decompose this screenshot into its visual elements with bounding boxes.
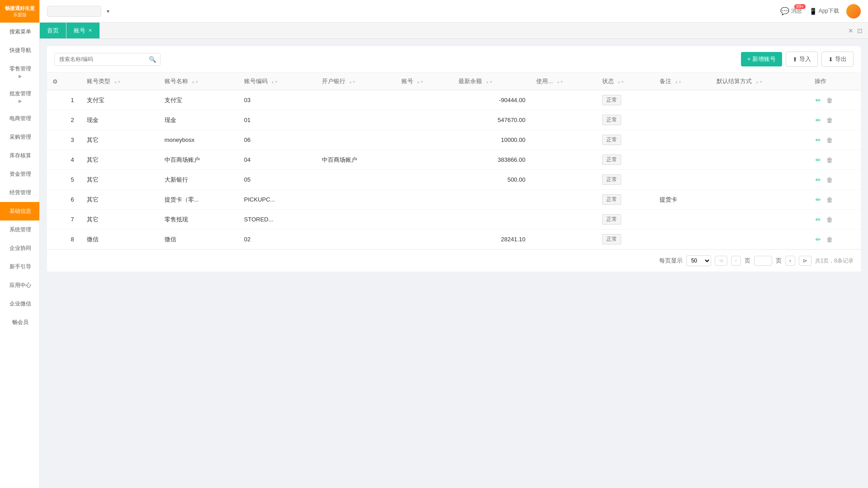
add-account-button[interactable]: + 新增账号 <box>741 52 782 66</box>
td-account <box>396 190 453 210</box>
sidebar-item-inventory[interactable]: 库存核算 <box>0 146 39 165</box>
td-default-settlement <box>711 110 809 130</box>
delete-button[interactable]: 🗑 <box>826 195 834 204</box>
sidebar-item-label: 批发管理 <box>3 90 38 98</box>
sidebar-item-label: 零售管理 <box>3 65 38 73</box>
th-type[interactable]: 账号类型 ▲▼ <box>81 73 159 90</box>
tab-account[interactable]: 账号 ✕ <box>66 23 100 38</box>
sidebar-item-finance[interactable]: 资金管理 <box>0 165 39 183</box>
delete-button[interactable]: 🗑 <box>826 175 834 184</box>
sidebar-item-enterprise-wechat[interactable]: 企业微信 <box>0 295 39 313</box>
th-default-settlement[interactable]: 默认结算方式 ▲▼ <box>711 73 809 90</box>
sidebar-item-purchase[interactable]: 采购管理 <box>0 128 39 146</box>
td-status: 正常 <box>597 230 654 249</box>
td-action: ✏ 🗑 <box>809 150 861 170</box>
status-badge: 正常 <box>602 174 621 185</box>
delete-button[interactable]: 🗑 <box>826 136 834 145</box>
edit-button[interactable]: ✏ <box>815 195 822 204</box>
th-balance[interactable]: 最新余额 ▲▼ <box>453 73 531 90</box>
th-usage[interactable]: 使用... ▲▼ <box>531 73 597 90</box>
sidebar-item-quick-nav[interactable]: 快捷导航 <box>0 41 39 60</box>
tab-close-icon[interactable]: ✕ <box>88 28 92 33</box>
export-button[interactable]: ⬇ 导出 <box>821 52 854 67</box>
next-page-button[interactable]: › <box>785 256 795 266</box>
first-page-button[interactable]: ⊲ <box>715 256 727 266</box>
td-index: 1 <box>63 90 81 110</box>
tabbar: 首页 账号 ✕ ✕ ⊡ <box>40 23 868 39</box>
sidebar-item-new-guide[interactable]: 新手引导 <box>0 258 39 276</box>
td-note <box>654 210 712 230</box>
prev-page-button[interactable]: ‹ <box>731 256 741 266</box>
import-button[interactable]: ⬆ 导入 <box>786 52 818 67</box>
td-type: 其它 <box>81 210 159 230</box>
sidebar-item-enterprise-agreement[interactable]: 企业协同 <box>0 239 39 258</box>
delete-button[interactable]: 🗑 <box>826 235 834 244</box>
th-status[interactable]: 状态 ▲▼ <box>597 73 654 90</box>
th-name[interactable]: 账号名称 ▲▼ <box>159 73 239 90</box>
message-button[interactable]: 💬 消息 99+ <box>780 7 802 15</box>
sort-icon: ▲▼ <box>416 80 424 84</box>
per-page-select[interactable]: 50 10 20 100 <box>686 255 711 266</box>
tab-expand-button[interactable]: ⊡ <box>857 27 863 34</box>
search-input[interactable] <box>55 53 145 65</box>
td-type: 其它 <box>81 130 159 150</box>
td-settings <box>47 190 63 210</box>
sidebar-item-ecommerce[interactable]: 电商管理 <box>0 109 39 128</box>
sidebar-item-app-center[interactable]: 应用中心 <box>0 276 39 295</box>
edit-button[interactable]: ✏ <box>815 175 822 184</box>
table-row: 8 微信 微信 02 28241.10 正常 ✏ 🗑 <box>47 230 861 249</box>
td-usage <box>531 90 597 110</box>
page-number-input[interactable]: 1 <box>754 256 772 266</box>
edit-button[interactable]: ✏ <box>815 136 822 145</box>
th-bank[interactable]: 开户银行 ▲▼ <box>316 73 396 90</box>
td-action: ✏ 🗑 <box>809 110 861 130</box>
sidebar-item-system[interactable]: 系统管理 <box>0 221 39 239</box>
search-button[interactable]: 🔍 <box>145 53 160 66</box>
delete-button[interactable]: 🗑 <box>826 155 834 164</box>
page-label: 页 <box>745 257 750 265</box>
th-settings: ⚙ <box>47 73 63 90</box>
import-icon: ⬆ <box>793 56 797 63</box>
tab-close-button[interactable]: ✕ <box>848 27 854 34</box>
td-account <box>396 210 453 230</box>
edit-button[interactable]: ✏ <box>815 116 822 125</box>
last-page-button[interactable]: ⊳ <box>799 256 811 266</box>
edit-button[interactable]: ✏ <box>815 235 822 244</box>
sidebar-item-member[interactable]: 畅会员 <box>0 313 39 332</box>
topbar-search-input[interactable] <box>47 6 101 17</box>
sidebar-item-wholesale[interactable]: 批发管理 ▶ <box>0 84 39 109</box>
delete-button[interactable]: 🗑 <box>826 96 834 105</box>
app-icon: 📱 <box>809 8 817 15</box>
sidebar-item-label: 搜索菜单 <box>3 28 38 36</box>
sidebar-item-label: 经营管理 <box>3 189 38 197</box>
delete-button[interactable]: 🗑 <box>826 215 834 224</box>
user-avatar[interactable] <box>846 4 861 19</box>
topbar-dropdown[interactable]: ▾ <box>107 8 109 14</box>
sidebar-item-basic-info[interactable]: 基础信息 <box>0 202 39 221</box>
delete-button[interactable]: 🗑 <box>826 116 834 125</box>
sidebar-item-retail[interactable]: 零售管理 ▶ <box>0 60 39 84</box>
tab-home[interactable]: 首页 <box>40 23 66 38</box>
td-default-settlement <box>711 170 809 190</box>
table-row: 3 其它 moneybosx 06 10000.00 正常 ✏ 🗑 <box>47 130 861 150</box>
toolbar-right: + 新增账号 ⬆ 导入 ⬇ 导出 <box>741 52 854 67</box>
sort-icon: ▲▼ <box>617 80 624 84</box>
app-download-button[interactable]: 📱 App下载 <box>809 7 839 15</box>
sort-icon: ▲▼ <box>271 80 278 84</box>
edit-button[interactable]: ✏ <box>815 215 822 224</box>
action-icons: ✏ 🗑 <box>815 136 855 145</box>
status-badge: 正常 <box>602 95 621 105</box>
td-bank <box>316 130 396 150</box>
sidebar-item-label: 库存核算 <box>3 152 38 160</box>
sidebar-item-search-menu[interactable]: 搜索菜单 <box>0 23 39 41</box>
sidebar-item-operation[interactable]: 经营管理 <box>0 183 39 202</box>
per-page-label: 每页显示 <box>659 257 683 265</box>
td-index: 6 <box>63 190 81 210</box>
settings-icon[interactable]: ⚙ <box>52 78 58 85</box>
edit-button[interactable]: ✏ <box>815 96 822 105</box>
edit-button[interactable]: ✏ <box>815 155 822 164</box>
th-account[interactable]: 账号 ▲▼ <box>396 73 453 90</box>
th-note[interactable]: 备注 ▲▼ <box>654 73 712 90</box>
th-code[interactable]: 账号编码 ▲▼ <box>239 73 316 90</box>
tab-action-icons: ✕ ⊡ <box>848 27 868 34</box>
